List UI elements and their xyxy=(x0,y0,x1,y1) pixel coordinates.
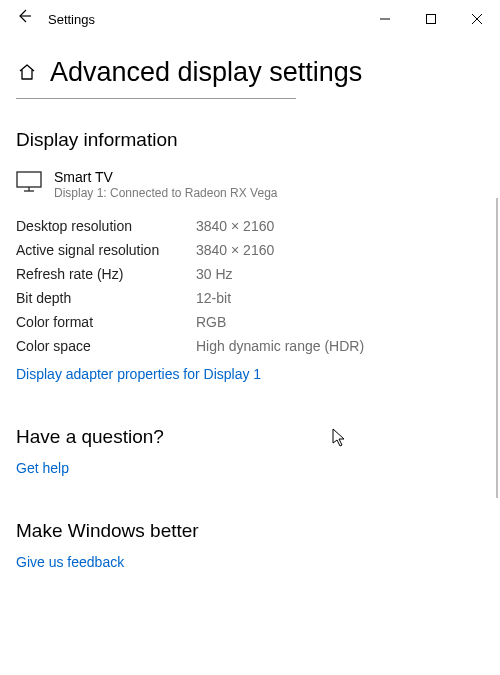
prop-label: Bit depth xyxy=(16,290,196,306)
display-properties: Desktop resolution 3840 × 2160 Active si… xyxy=(16,218,484,354)
prop-color-space: Color space High dynamic range (HDR) xyxy=(16,338,484,354)
scrollbar[interactable] xyxy=(496,198,498,498)
get-help-link[interactable]: Get help xyxy=(16,460,484,476)
maximize-icon xyxy=(426,14,436,24)
minimize-button[interactable] xyxy=(362,3,408,35)
page-body: Advanced display settings Display inform… xyxy=(0,38,500,675)
window-controls xyxy=(362,3,500,35)
prop-label: Color space xyxy=(16,338,196,354)
home-icon xyxy=(17,62,37,82)
prop-label: Refresh rate (Hz) xyxy=(16,266,196,282)
prop-label: Desktop resolution xyxy=(16,218,196,234)
home-button[interactable] xyxy=(16,62,38,82)
prop-value: 3840 × 2160 xyxy=(196,218,274,234)
display-summary: Smart TV Display 1: Connected to Radeon … xyxy=(16,169,484,200)
make-windows-better-heading: Make Windows better xyxy=(16,520,484,542)
back-button[interactable] xyxy=(6,0,42,38)
arrow-left-icon xyxy=(16,8,32,24)
svg-rect-2 xyxy=(427,15,436,24)
prop-color-format: Color format RGB xyxy=(16,314,484,330)
monitor-icon xyxy=(16,169,42,200)
prop-active-signal-resolution: Active signal resolution 3840 × 2160 xyxy=(16,242,484,258)
titlebar: Settings xyxy=(0,0,500,38)
make-windows-better-section: Make Windows better Give us feedback xyxy=(16,520,484,570)
page-header: Advanced display settings xyxy=(16,56,484,88)
prop-bit-depth: Bit depth 12-bit xyxy=(16,290,484,306)
svg-rect-5 xyxy=(17,172,41,187)
prop-value: High dynamic range (HDR) xyxy=(196,338,364,354)
title-underline xyxy=(16,98,296,99)
page-title: Advanced display settings xyxy=(50,56,362,88)
display-subtitle: Display 1: Connected to Radeon RX Vega xyxy=(54,186,277,200)
prop-label: Active signal resolution xyxy=(16,242,196,258)
display-name: Smart TV xyxy=(54,169,277,185)
prop-value: 3840 × 2160 xyxy=(196,242,274,258)
close-icon xyxy=(472,14,482,24)
have-a-question-heading: Have a question? xyxy=(16,426,484,448)
prop-value: 30 Hz xyxy=(196,266,233,282)
window-title: Settings xyxy=(42,12,362,27)
have-a-question-section: Have a question? Get help xyxy=(16,426,484,476)
give-us-feedback-link[interactable]: Give us feedback xyxy=(16,554,484,570)
display-information-heading: Display information xyxy=(16,129,484,151)
prop-refresh-rate: Refresh rate (Hz) 30 Hz xyxy=(16,266,484,282)
minimize-icon xyxy=(380,14,390,24)
display-adapter-properties-link[interactable]: Display adapter properties for Display 1 xyxy=(16,366,484,382)
maximize-button[interactable] xyxy=(408,3,454,35)
prop-label: Color format xyxy=(16,314,196,330)
close-button[interactable] xyxy=(454,3,500,35)
prop-value: RGB xyxy=(196,314,226,330)
prop-desktop-resolution: Desktop resolution 3840 × 2160 xyxy=(16,218,484,234)
prop-value: 12-bit xyxy=(196,290,231,306)
